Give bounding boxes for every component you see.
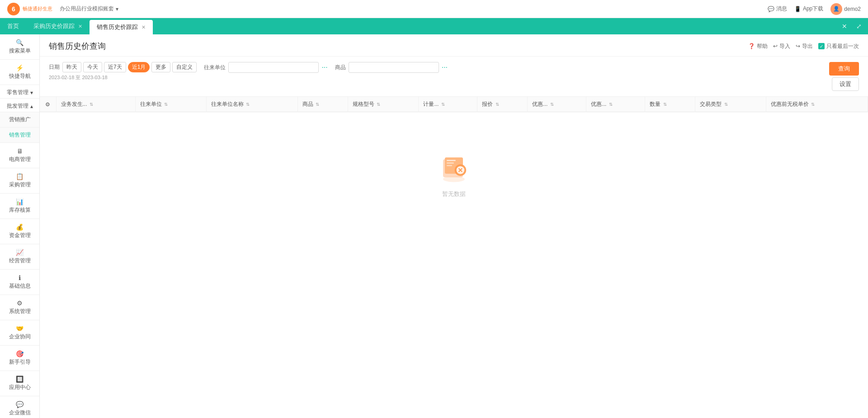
svg-rect-7 bbox=[447, 160, 456, 161]
export-icon: ↪ bbox=[796, 43, 800, 49]
sidebar-item-inventory-check[interactable]: 📊 库存核算 bbox=[0, 194, 39, 219]
from-unit-dots[interactable]: ··· bbox=[321, 63, 327, 71]
goods-dots[interactable]: ··· bbox=[442, 63, 448, 71]
sidebar-item-search-menu[interactable]: 🔍 搜索菜单 bbox=[0, 34, 39, 60]
export-button[interactable]: ↪ 导出 bbox=[796, 43, 813, 50]
only-last-checkbox[interactable]: ✓ 只看最后一次 bbox=[818, 43, 859, 50]
date-buttons-group: 日期 昨天 今天 近7天 近1月 更多 自定义 bbox=[49, 62, 197, 72]
th-pre-tax-price[interactable]: 优惠前无税单价 ⇅ bbox=[766, 97, 868, 112]
sidebar-item-ecommerce-mgmt[interactable]: 🖥 电商管理 bbox=[0, 143, 39, 168]
logo-area: 6 畅捷通好生意 bbox=[7, 3, 52, 15]
tab-purchase-history-close[interactable]: ✕ bbox=[78, 24, 82, 29]
sidebar-item-new-user-guide[interactable]: 🎯 新手引导 bbox=[0, 346, 39, 371]
svg-rect-8 bbox=[447, 162, 454, 163]
sidebar: 🔍 搜索菜单 ⚡ 快捷导航 零售管理 ▾ 批发管理 ▴ 营销推广 销售管理 🖥 … bbox=[0, 34, 40, 418]
export-label: 导出 bbox=[802, 43, 813, 50]
th-settings[interactable]: ⚙ bbox=[40, 97, 56, 112]
sidebar-item-sales-promotion[interactable]: 营销推广 bbox=[0, 112, 39, 128]
th-discount1[interactable]: 优惠... ⇅ bbox=[528, 97, 586, 112]
sidebar-item-purchase-mgmt[interactable]: 📋 采购管理 bbox=[0, 168, 39, 194]
sort-icon: ⇅ bbox=[663, 102, 667, 107]
sort-icon: ⇅ bbox=[811, 102, 815, 107]
th-quantity[interactable]: 数量 ⇅ bbox=[645, 97, 695, 112]
sales-mgmt-label: 销售管理 bbox=[9, 132, 31, 138]
th-spec[interactable]: 规格型号 ⇅ bbox=[348, 97, 419, 112]
sales-promotion-label: 营销推广 bbox=[9, 116, 31, 123]
sidebar-item-enterprise-wechat[interactable]: 💬 企业微信 bbox=[0, 396, 39, 418]
user-action[interactable]: 👤 demo2 bbox=[830, 3, 861, 15]
sidebar-label-enterprise-collab: 企业协同 bbox=[9, 333, 31, 341]
th-unit-name[interactable]: 往来单位名称 ⇅ bbox=[206, 97, 297, 112]
goods-filter-group: 商品 ··· bbox=[335, 62, 448, 73]
date-btn-7days[interactable]: 近7天 bbox=[104, 62, 126, 72]
date-btn-today[interactable]: 今天 bbox=[83, 62, 102, 72]
sort-icon: ⇅ bbox=[316, 102, 319, 107]
th-goods-label: 商品 bbox=[302, 101, 313, 107]
guide-icon: 🎯 bbox=[16, 350, 24, 357]
th-unit-code[interactable]: 往来单位 ⇅ bbox=[136, 97, 207, 112]
quick-nav-icon: ⚡ bbox=[16, 64, 24, 71]
sidebar-item-quick-nav[interactable]: ⚡ 快捷导航 bbox=[0, 60, 39, 85]
date-btn-1month[interactable]: 近1月 bbox=[128, 62, 150, 72]
th-unit[interactable]: 计量... ⇅ bbox=[419, 97, 477, 112]
page-header: 销售历史价查询 ❓ 帮助 ↩ 导入 ↪ 导出 ✓ 只看最后一次 bbox=[40, 34, 868, 57]
filter-right-actions: 查询 设置 bbox=[829, 62, 859, 91]
sidebar-label-ecommerce-mgmt: 电商管理 bbox=[9, 156, 31, 163]
date-btn-custom[interactable]: 自定义 bbox=[172, 62, 197, 72]
checkbox-icon: ✓ bbox=[818, 43, 825, 49]
sidebar-label-enterprise-wechat: 企业微信 bbox=[9, 409, 31, 417]
sidebar-item-app-center[interactable]: 🔲 应用中心 bbox=[0, 371, 39, 396]
system-icon: ⚙ bbox=[17, 299, 23, 307]
sidebar-item-basic-info[interactable]: ℹ 基础信息 bbox=[0, 270, 39, 295]
page-actions: ❓ 帮助 ↩ 导入 ↪ 导出 ✓ 只看最后一次 bbox=[748, 43, 859, 50]
purchase-icon: 📋 bbox=[16, 173, 24, 180]
sidebar-item-finance-mgmt[interactable]: 💰 资金管理 bbox=[0, 219, 39, 244]
sidebar-label-app-center: 应用中心 bbox=[9, 384, 31, 391]
sidebar-label-operation-mgmt: 经营管理 bbox=[9, 257, 31, 265]
tab-sales-history-label: 销售历史价跟踪 bbox=[97, 23, 138, 31]
app-download-action[interactable]: 📱 App下载 bbox=[794, 5, 823, 13]
retail-mgmt-label: 零售管理 bbox=[7, 89, 28, 96]
sidebar-item-operation-mgmt[interactable]: 📈 经营管理 bbox=[0, 244, 39, 270]
message-icon: 💬 bbox=[768, 6, 774, 12]
th-unit-label: 计量... bbox=[423, 101, 439, 107]
header-right: 💬 消息 📱 App下载 👤 demo2 bbox=[768, 3, 861, 15]
sort-icon: ⇅ bbox=[609, 102, 613, 107]
tab-home[interactable]: 首页 bbox=[0, 18, 26, 34]
sidebar-item-retail-mgmt[interactable]: 零售管理 ▾ bbox=[0, 85, 39, 99]
message-action[interactable]: 💬 消息 bbox=[768, 5, 787, 13]
th-trade-type[interactable]: 交易类型 ⇅ bbox=[695, 97, 766, 112]
goods-input[interactable] bbox=[349, 62, 439, 73]
sidebar-item-system-mgmt[interactable]: ⚙ 系统管理 bbox=[0, 295, 39, 320]
tab-purchase-history[interactable]: 采购历史价跟踪 ✕ bbox=[26, 18, 90, 34]
avatar: 👤 bbox=[830, 3, 842, 15]
import-button[interactable]: ↩ 导入 bbox=[773, 43, 790, 50]
th-quote[interactable]: 报价 ⇅ bbox=[477, 97, 528, 112]
help-button[interactable]: ❓ 帮助 bbox=[748, 43, 768, 50]
sidebar-item-wholesale-mgmt[interactable]: 批发管理 ▴ bbox=[0, 99, 39, 112]
sort-icon: ⇅ bbox=[246, 102, 250, 107]
tab-sales-history[interactable]: 销售历史价跟踪 ✕ bbox=[90, 20, 153, 34]
close-window-button[interactable]: ✕ bbox=[839, 21, 850, 32]
query-button[interactable]: 查询 bbox=[829, 62, 859, 76]
tab-sales-history-close[interactable]: ✕ bbox=[142, 24, 146, 30]
settings-button[interactable]: 设置 bbox=[832, 77, 859, 91]
tab-home-label: 首页 bbox=[7, 22, 19, 30]
date-btn-more[interactable]: 更多 bbox=[151, 62, 170, 72]
sidebar-item-sales-mgmt[interactable]: 销售管理 bbox=[0, 128, 39, 143]
th-spec-label: 规格型号 bbox=[353, 101, 374, 107]
th-discount2[interactable]: 优惠... ⇅ bbox=[586, 97, 645, 112]
template-selector[interactable]: 办公用品行业模拟账套 ▾ bbox=[56, 3, 122, 14]
chevron-up-icon: ▴ bbox=[30, 103, 33, 109]
th-pre-tax-price-label: 优惠前无税单价 bbox=[771, 101, 809, 107]
date-btn-yesterday[interactable]: 昨天 bbox=[62, 62, 81, 72]
maximize-window-button[interactable]: ⤢ bbox=[854, 21, 864, 32]
th-goods[interactable]: 商品 ⇅ bbox=[297, 97, 348, 112]
sort-icon: ⇅ bbox=[377, 102, 380, 107]
from-unit-input[interactable] bbox=[228, 62, 319, 73]
chevron-down-icon: ▾ bbox=[30, 90, 33, 96]
app-download-label: App下载 bbox=[803, 5, 823, 13]
sidebar-item-enterprise-collab[interactable]: 🤝 企业协同 bbox=[0, 320, 39, 346]
th-business-date[interactable]: 业务发生... ⇅ bbox=[56, 97, 136, 112]
inventory-icon: 📊 bbox=[16, 198, 24, 205]
